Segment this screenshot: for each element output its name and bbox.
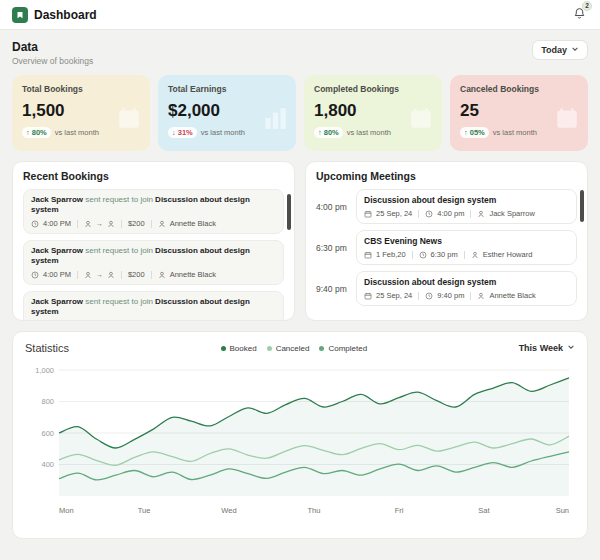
- data-header: Data Overview of bookings Today: [12, 40, 588, 66]
- booking-person: Annette Black: [170, 219, 216, 228]
- meeting-card[interactable]: Discussion about design system 25 Sep, 2…: [356, 271, 577, 306]
- delta-badge: ↑80%: [314, 127, 343, 138]
- upcoming-meetings-panel: Upcoming Meetings 4:00 pm Discussion abo…: [305, 161, 588, 321]
- upcoming-meetings-scrollbar[interactable]: [580, 190, 584, 222]
- meeting-card[interactable]: CBS Evening News 1 Feb,20 6:30 pm Esther…: [356, 230, 577, 265]
- clock-icon: [425, 292, 433, 300]
- stat-card-completed-bookings: Completed Bookings 1,800 ↑80% vs last mo…: [304, 75, 442, 151]
- svg-text:Thu: Thu: [308, 506, 321, 515]
- svg-text:400: 400: [41, 460, 54, 469]
- legend-item-booked[interactable]: Booked: [221, 344, 257, 353]
- person-icon: [477, 210, 485, 218]
- stat-cards: Total Bookings 1,500 ↑80% vs last month …: [12, 75, 588, 151]
- arrow-right-icon: →: [96, 271, 103, 278]
- svg-text:1,000: 1,000: [35, 366, 54, 375]
- svg-text:800: 800: [41, 397, 54, 406]
- statistics-chart: 4006008001,000MonTueWedThuFriSatSun: [25, 362, 577, 520]
- recent-bookings-scrollbar[interactable]: [287, 194, 291, 230]
- booking-text: Jack Sparrow sent request to join Discus…: [31, 297, 276, 317]
- chart-legend: Booked Canceled Completed: [221, 344, 368, 353]
- app-logo-icon: [12, 7, 28, 23]
- delta-note: vs last month: [201, 128, 245, 137]
- chevron-down-icon: [571, 45, 579, 55]
- legend-dot: [267, 346, 272, 351]
- booking-text: Jack Sparrow sent request to join Discus…: [31, 195, 276, 215]
- person-icon: [84, 271, 92, 279]
- svg-text:Tue: Tue: [138, 506, 151, 515]
- delta-badge: ↑05%: [460, 127, 489, 138]
- meeting-row: 6:30 pm CBS Evening News 1 Feb,20 6:30 p…: [316, 230, 577, 265]
- person-icon: [107, 220, 115, 228]
- page-title: Dashboard: [34, 8, 97, 22]
- period-dropdown-this-week[interactable]: This Week: [519, 343, 575, 353]
- delta-badge: ↓31%: [168, 127, 197, 138]
- arrow-down-icon: ↓: [172, 128, 176, 137]
- meeting-row: 9:40 pm Discussion about design system 2…: [316, 271, 577, 306]
- calendar-icon: [364, 251, 372, 259]
- bar-chart-watermark-icon: [262, 105, 288, 135]
- calendar-icon: [364, 292, 372, 300]
- stat-card-total-earnings: Total Earnings $2,000 ↓31% vs last month: [158, 75, 296, 151]
- arrow-right-icon: →: [96, 220, 103, 227]
- booking-meta: 4:00 PM → $200 Annette Black: [31, 219, 276, 228]
- booking-text: Jack Sparrow sent request to join Discus…: [31, 246, 276, 266]
- recent-bookings-panel: Recent Bookings Jack Sparrow sent reques…: [12, 161, 295, 321]
- clock-icon: [419, 251, 427, 259]
- calendar-check-watermark-icon: [408, 105, 434, 135]
- section-subtitle: Overview of bookings: [12, 56, 93, 66]
- calendar-watermark-icon: [116, 105, 142, 135]
- stat-label: Canceled Bookings: [460, 84, 578, 94]
- statistics-panel: Statistics Booked Canceled Completed Thi…: [12, 331, 588, 539]
- booking-list-item[interactable]: Jack Sparrow sent request to join Discus…: [23, 291, 284, 321]
- meeting-slot-time: 6:30 pm: [316, 243, 349, 253]
- period-label: This Week: [519, 343, 563, 353]
- period-dropdown-label: Today: [541, 45, 567, 55]
- meeting-card[interactable]: Discussion about design system 25 Sep, 2…: [356, 189, 577, 224]
- booking-list-item[interactable]: Jack Sparrow sent request to join Discus…: [23, 189, 284, 234]
- notifications-button[interactable]: 2: [571, 4, 588, 26]
- period-dropdown-today[interactable]: Today: [532, 40, 588, 60]
- calendar-icon: [364, 210, 372, 218]
- booking-list-item[interactable]: Jack Sparrow sent request to join Discus…: [23, 240, 284, 285]
- meeting-title: CBS Evening News: [364, 236, 569, 246]
- meeting-title: Discussion about design system: [364, 277, 569, 287]
- person-icon: [477, 292, 485, 300]
- person-icon: [84, 220, 92, 228]
- stat-label: Total Bookings: [22, 84, 140, 94]
- calendar-x-watermark-icon: [554, 105, 580, 135]
- arrow-up-icon: ↑: [26, 128, 30, 137]
- panel-title: Recent Bookings: [23, 170, 284, 182]
- booking-person: Annette Black: [170, 270, 216, 279]
- svg-text:Sat: Sat: [478, 506, 490, 515]
- legend-dot: [319, 346, 324, 351]
- stat-card-canceled-bookings: Canceled Bookings 25 ↑05% vs last month: [450, 75, 588, 151]
- top-bar: Dashboard 2: [0, 0, 600, 30]
- person-icon: [158, 271, 166, 279]
- meeting-meta: 25 Sep, 24 4:00 pm Jack Sparrow: [364, 209, 569, 218]
- meeting-slot-time: 9:40 pm: [316, 284, 349, 294]
- arrow-up-icon: ↑: [464, 128, 468, 137]
- panel-title: Upcoming Meetings: [316, 170, 577, 182]
- person-icon: [107, 271, 115, 279]
- delta-note: vs last month: [493, 128, 537, 137]
- legend-dot: [221, 346, 226, 351]
- stat-label: Completed Bookings: [314, 84, 432, 94]
- legend-item-completed[interactable]: Completed: [319, 344, 367, 353]
- meeting-slot-time: 4:00 pm: [316, 202, 349, 212]
- meeting-meta: 25 Sep, 24 9:40 pm Annette Black: [364, 291, 569, 300]
- person-icon: [471, 251, 479, 259]
- meeting-title: Discussion about design system: [364, 195, 569, 205]
- booking-meta: 4:00 PM → $200 Annette Black: [31, 270, 276, 279]
- svg-text:Wed: Wed: [221, 506, 236, 515]
- meeting-row: 4:00 pm Discussion about design system 2…: [316, 189, 577, 224]
- notification-count-badge: 2: [582, 1, 592, 11]
- arrow-up-icon: ↑: [318, 128, 322, 137]
- section-title: Data: [12, 40, 93, 54]
- delta-badge: ↑80%: [22, 127, 51, 138]
- person-icon: [158, 220, 166, 228]
- chevron-down-icon: [567, 343, 575, 353]
- svg-text:Mon: Mon: [59, 506, 74, 515]
- legend-item-canceled[interactable]: Canceled: [267, 344, 310, 353]
- stat-label: Total Earnings: [168, 84, 286, 94]
- panel-title: Statistics: [25, 342, 69, 354]
